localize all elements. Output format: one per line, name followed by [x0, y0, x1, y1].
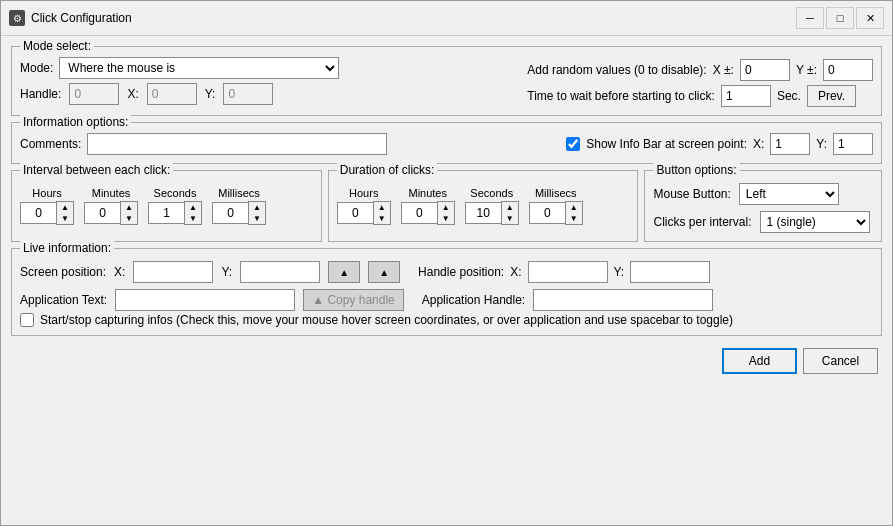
sec-label: Sec.: [777, 89, 801, 103]
duration-minutes-input[interactable]: [401, 202, 437, 224]
interval-millisecs-up[interactable]: ▲: [249, 202, 265, 213]
interval-millisecs-input[interactable]: [212, 202, 248, 224]
duration-hours-down[interactable]: ▼: [374, 213, 390, 224]
clicks-per-label: Clicks per interval:: [653, 215, 751, 229]
interval-millisecs-down[interactable]: ▼: [249, 213, 265, 224]
y-coord-input: [223, 83, 273, 105]
window-icon: ⚙: [9, 10, 25, 26]
duration-seconds-down[interactable]: ▼: [502, 213, 518, 224]
handle-pos-x-input[interactable]: [528, 261, 608, 283]
duration-seconds-up[interactable]: ▲: [502, 202, 518, 213]
copy-handle-button[interactable]: ▲ Copy handle: [303, 289, 404, 311]
interval-millisecs-spin-buttons: ▲ ▼: [248, 201, 266, 225]
info-x-label: X:: [753, 137, 764, 151]
interval-seconds-down[interactable]: ▼: [185, 213, 201, 224]
screen-pos-row: Screen position: X: Y: ▲ ▲ Handle positi…: [20, 261, 873, 283]
show-info-checkbox[interactable]: [566, 137, 580, 151]
duration-seconds-input[interactable]: [465, 202, 501, 224]
interval-hours-up[interactable]: ▲: [57, 202, 73, 213]
duration-spinboxes: Hours ▲ ▼ Minutes: [337, 187, 630, 225]
show-info-section: Show Info Bar at screen point: X: Y:: [566, 133, 873, 155]
duration-minutes-spin-buttons: ▲ ▼: [437, 201, 455, 225]
interval-seconds-input[interactable]: [148, 202, 184, 224]
interval-hours-down[interactable]: ▼: [57, 213, 73, 224]
duration-hours-input[interactable]: [337, 202, 373, 224]
live-info-group: Live information: Screen position: X: Y:…: [11, 248, 882, 336]
mode-select-group: Mode select: Mode: Where the mouse is At…: [11, 46, 882, 116]
duration-minutes-up[interactable]: ▲: [438, 202, 454, 213]
duration-millisecs-input[interactable]: [529, 202, 565, 224]
live-x-label: X:: [114, 265, 125, 279]
handle-pos-y-input[interactable]: [630, 261, 710, 283]
live-x-input[interactable]: [133, 261, 213, 283]
handle-input: [69, 83, 119, 105]
interval-hours-input[interactable]: [20, 202, 56, 224]
arrow-up-btn-2[interactable]: ▲: [368, 261, 400, 283]
interval-minutes-down[interactable]: ▼: [121, 213, 137, 224]
cancel-button[interactable]: Cancel: [803, 348, 878, 374]
title-bar-controls: ─ □ ✕: [796, 7, 884, 29]
duration-hours-spinbox: ▲ ▼: [337, 201, 391, 225]
clicks-per-select[interactable]: 1 (single) 2 (double) 3 (triple): [760, 211, 870, 233]
live-y-input[interactable]: [240, 261, 320, 283]
minimize-button[interactable]: ─: [796, 7, 824, 29]
prev-button[interactable]: Prev.: [807, 85, 856, 107]
interval-millisecs: Millisecs ▲ ▼: [212, 187, 266, 225]
duration-millisecs-up[interactable]: ▲: [566, 202, 582, 213]
screen-pos-label: Screen position:: [20, 265, 106, 279]
handle-pos-label: Handle position:: [418, 265, 504, 279]
x-coord-input: [147, 83, 197, 105]
duration-seconds-label: Seconds: [470, 187, 513, 199]
handle-label: Handle:: [20, 87, 61, 101]
capture-checkbox[interactable]: [20, 313, 34, 327]
duration-minutes-label: Minutes: [408, 187, 447, 199]
interval-seconds-up[interactable]: ▲: [185, 202, 201, 213]
close-button[interactable]: ✕: [856, 7, 884, 29]
comments-section: Comments:: [20, 133, 387, 155]
handle-row: Handle: X: Y:: [20, 83, 507, 105]
maximize-button[interactable]: □: [826, 7, 854, 29]
duration-minutes: Minutes ▲ ▼: [401, 187, 455, 225]
info-y-input[interactable]: [833, 133, 873, 155]
y-random-input[interactable]: [823, 59, 873, 81]
mouse-button-select[interactable]: Left Right Middle: [739, 183, 839, 205]
info-x-input[interactable]: [770, 133, 810, 155]
app-handle-input[interactable]: [533, 289, 713, 311]
x-random-input[interactable]: [740, 59, 790, 81]
mode-right: Add random values (0 to disable): X ±: Y…: [527, 53, 873, 107]
main-window: ⚙ Click Configuration ─ □ ✕ Mode select:…: [0, 0, 893, 526]
mode-dropdown[interactable]: Where the mouse is At fixed coordinates …: [59, 57, 339, 79]
random-row: Add random values (0 to disable): X ±: Y…: [527, 59, 873, 81]
interval-hours-label: Hours: [32, 187, 61, 199]
duration-seconds-spin-buttons: ▲ ▼: [501, 201, 519, 225]
arrow-up-btn-1[interactable]: ▲: [328, 261, 360, 283]
comments-input[interactable]: [87, 133, 387, 155]
handle-pos-x-label: X:: [510, 265, 521, 279]
interval-minutes-input[interactable]: [84, 202, 120, 224]
handle-pos-y-label: Y:: [614, 265, 625, 279]
show-info-label: Show Info Bar at screen point:: [586, 137, 747, 151]
duration-seconds-spinbox: ▲ ▼: [465, 201, 519, 225]
live-info-title: Live information:: [20, 241, 114, 255]
main-content: Mode select: Mode: Where the mouse is At…: [1, 36, 892, 525]
add-button[interactable]: Add: [722, 348, 797, 374]
duration-millisecs-spin-buttons: ▲ ▼: [565, 201, 583, 225]
y-random-label: Y ±:: [796, 63, 817, 77]
wait-row: Time to wait before starting to click: S…: [527, 85, 873, 107]
app-text-input[interactable]: [115, 289, 295, 311]
info-options-title: Information options:: [20, 115, 131, 129]
duration-millisecs-down[interactable]: ▼: [566, 213, 582, 224]
title-bar-left: ⚙ Click Configuration: [9, 10, 132, 26]
duration-minutes-down[interactable]: ▼: [438, 213, 454, 224]
interval-minutes-spin-buttons: ▲ ▼: [120, 201, 138, 225]
mode-select-title: Mode select:: [20, 39, 94, 53]
wait-input[interactable]: [721, 85, 771, 107]
app-handle-label: Application Handle:: [422, 293, 525, 307]
duration-hours-label: Hours: [349, 187, 378, 199]
duration-hours-up[interactable]: ▲: [374, 202, 390, 213]
capture-label: Start/stop capturing infos (Check this, …: [40, 313, 733, 327]
duration-title: Duration of clicks:: [337, 163, 438, 177]
interval-minutes-up[interactable]: ▲: [121, 202, 137, 213]
button-options-title: Button options:: [653, 163, 739, 177]
bottom-buttons: Add Cancel: [11, 348, 882, 374]
